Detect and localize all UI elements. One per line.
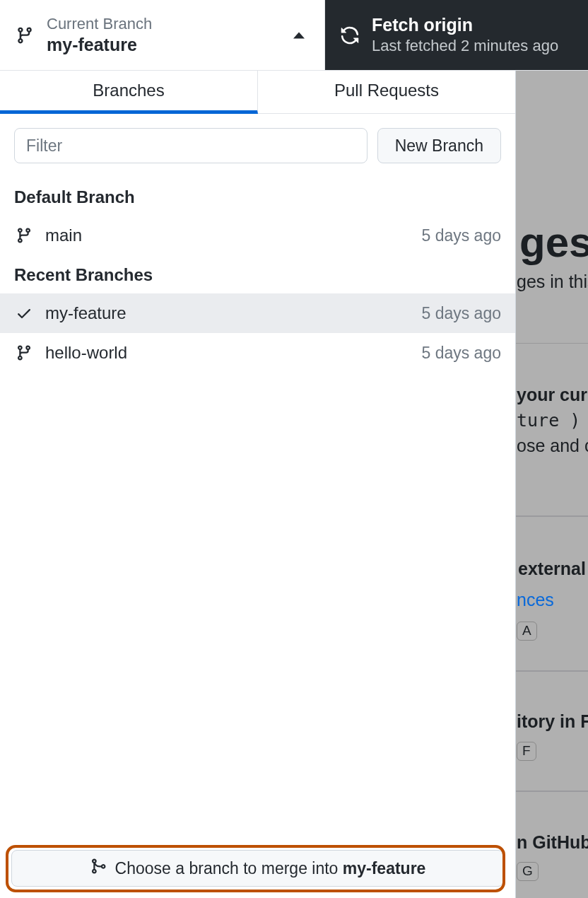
branch-dropdown: Branches Pull Requests New Branch Defaul… xyxy=(0,71,516,898)
git-branch-icon xyxy=(14,226,34,245)
bg-kbd-fragment: G xyxy=(517,862,539,881)
merge-branch-button[interactable]: Choose a branch to merge into my-feature xyxy=(11,850,504,887)
tab-branches[interactable]: Branches xyxy=(0,71,258,114)
bg-text-fragment: itory in F xyxy=(517,711,588,732)
git-branch-icon xyxy=(14,25,35,46)
git-merge-icon xyxy=(90,858,107,879)
bg-link-fragment: nces xyxy=(517,590,554,610)
bg-text-fragment: ges in this xyxy=(517,272,588,292)
dropdown-tabs: Branches Pull Requests xyxy=(0,71,515,114)
bg-kbd-fragment: F xyxy=(517,742,536,761)
bg-text-fragment: external xyxy=(518,559,586,579)
fetch-origin-status: Last fetched 2 minutes ago xyxy=(372,37,558,55)
recent-branches-header: Recent Branches xyxy=(0,255,515,293)
bg-kbd-fragment: A xyxy=(517,622,537,641)
branch-time: 5 days ago xyxy=(421,226,501,245)
bg-text-fragment: your curr xyxy=(517,385,588,405)
tab-pull-requests[interactable]: Pull Requests xyxy=(258,71,515,113)
branch-time: 5 days ago xyxy=(421,304,501,323)
toolbar: Current Branch my-feature Fetch origin L… xyxy=(0,0,588,71)
git-branch-icon xyxy=(14,343,34,363)
default-branch-list: main 5 days ago xyxy=(0,216,515,255)
bg-text-fragment: n GitHub xyxy=(517,832,588,853)
sync-icon xyxy=(339,25,360,46)
current-branch-label: Current Branch xyxy=(47,15,152,33)
check-icon xyxy=(14,303,34,323)
branch-name: my-feature xyxy=(45,303,410,323)
default-branch-header: Default Branch xyxy=(0,177,515,216)
filter-input[interactable] xyxy=(14,128,368,163)
fetch-origin-button[interactable]: Fetch origin Last fetched 2 minutes ago xyxy=(325,0,588,70)
branch-item-my-feature[interactable]: my-feature 5 days ago xyxy=(0,293,515,333)
bg-text-fragment: ture ) is a xyxy=(517,410,588,431)
bg-heading-fragment: ges xyxy=(519,218,588,267)
current-branch-value: my-feature xyxy=(47,35,152,55)
branch-time: 5 days ago xyxy=(421,344,501,363)
merge-button-text: Choose a branch to merge into my-feature xyxy=(115,859,426,878)
new-branch-button[interactable]: New Branch xyxy=(377,128,501,163)
caret-up-icon xyxy=(293,32,305,38)
recent-branches-list: my-feature 5 days ago hello-world 5 days… xyxy=(0,293,515,373)
branch-item-hello-world[interactable]: hello-world 5 days ago xyxy=(0,333,515,373)
fetch-origin-label: Fetch origin xyxy=(372,15,558,35)
branch-item-main[interactable]: main 5 days ago xyxy=(0,216,515,255)
bg-text-fragment: ose and c xyxy=(517,436,588,456)
current-branch-button[interactable]: Current Branch my-feature xyxy=(0,0,325,70)
branch-name: hello-world xyxy=(45,343,410,363)
branch-name: main xyxy=(45,226,410,245)
